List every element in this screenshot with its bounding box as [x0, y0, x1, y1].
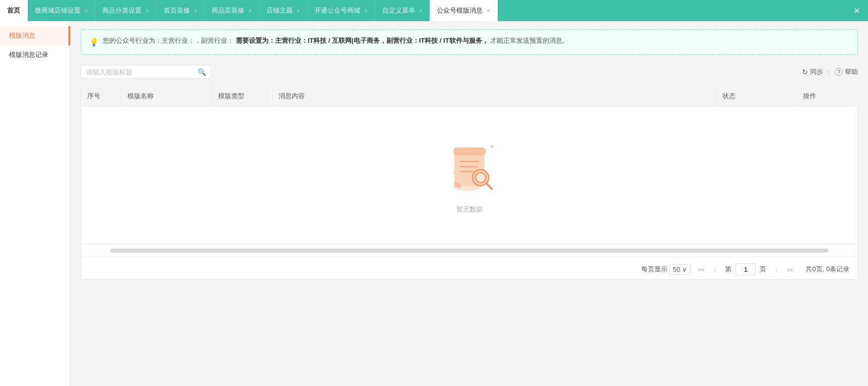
theme-tab-label: 店铺主题 — [266, 6, 293, 15]
nav-tab-productpage[interactable]: 商品页装修 × — [205, 0, 259, 21]
toolbar-right: ↻ 同步 | ? 帮助 — [802, 67, 858, 76]
info-text-prefix: 您的公众号行业为：主营行业：，副营行业： — [103, 37, 234, 44]
info-banner-text: 您的公众号行业为：主营行业：，副营行业： 需要设置为：主营行业：IT科技 / 互… — [103, 36, 569, 46]
productpage-tab-label: 商品页装修 — [212, 6, 244, 15]
custommenu-tab-label: 自定义菜单 — [382, 6, 415, 15]
page-size-label: 每页显示 — [641, 265, 667, 274]
nav-tab-homepage[interactable]: 首页装修 × — [157, 0, 205, 21]
svg-point-5 — [476, 173, 486, 183]
horizontal-scrollbar[interactable] — [110, 249, 829, 253]
sidebar-item-label: 模版消息 — [9, 32, 35, 39]
close-icon[interactable]: × — [85, 8, 88, 14]
weishop-tab-label: 微商城店铺设置 — [35, 6, 81, 15]
info-text-suffix: 才能正常发送预置的消息。 — [490, 37, 569, 44]
nav-tab-home[interactable]: 首页 — [0, 0, 28, 21]
openstore-tab-label: 开通公众号商城 — [314, 6, 360, 15]
svg-text:✦: ✦ — [490, 143, 495, 150]
close-icon[interactable]: × — [487, 8, 490, 14]
close-icon[interactable]: × — [297, 8, 300, 14]
page-prefix: 第 — [725, 265, 731, 274]
sync-icon: ↻ — [802, 68, 808, 76]
th-action: 操作 — [797, 87, 857, 106]
bulb-icon: 💡 — [89, 36, 99, 48]
page-size-value: 50 — [673, 266, 680, 273]
close-icon[interactable]: × — [248, 8, 251, 14]
first-page-button[interactable]: ⏮ — [695, 263, 707, 275]
main-layout: 模版消息 模版消息记录 💡 您的公众号行业为：主营行业：，副营行业： 需要设置为… — [0, 21, 868, 386]
category-tab-label: 商品分类设置 — [102, 6, 142, 15]
top-nav: 首页 微商城店铺设置 × 商品分类设置 × 首页装修 × 商品页装修 × 店铺主… — [0, 0, 868, 21]
next-page-button[interactable]: › — [770, 263, 782, 275]
page-size-dropdown[interactable]: 50 ∨ — [670, 264, 691, 275]
svg-line-6 — [486, 183, 492, 189]
search-input[interactable] — [86, 68, 194, 76]
page-unit: 页 — [760, 265, 766, 274]
page-size-select: 每页显示 50 ∨ — [641, 264, 691, 275]
th-type: 模版类型 — [212, 87, 273, 106]
page-number-input[interactable] — [736, 263, 756, 275]
data-table: 序号 模版名称 模版类型 消息内容 状态 操作 — [81, 86, 858, 280]
th-index: 序号 — [81, 87, 121, 106]
home-tab-label: 首页 — [7, 6, 20, 15]
search-bar: 🔍 ↻ 同步 | ? 帮助 — [81, 65, 858, 79]
close-all-button[interactable]: ✕ — [845, 6, 868, 16]
close-icon[interactable]: × — [419, 8, 422, 14]
homepage-tab-label: 首页装修 — [164, 6, 190, 15]
page-nav: ⏮ ‹ 第 页 › ⏭ — [695, 263, 796, 275]
search-input-wrap[interactable]: 🔍 — [81, 65, 212, 79]
divider: | — [828, 68, 830, 76]
help-icon: ? — [835, 68, 843, 76]
sidebar-item-label: 模版消息记录 — [9, 51, 48, 58]
sidebar-item-template-record[interactable]: 模版消息记录 — [0, 45, 70, 64]
pagination: 每页显示 50 ∨ ⏮ ‹ 第 页 › ⏭ 共0页, 0条记录 — [81, 257, 857, 279]
nav-tab-templatemsg[interactable]: 公众号模版消息 × — [430, 0, 497, 21]
close-icon[interactable]: × — [364, 8, 367, 14]
help-button[interactable]: ? 帮助 — [835, 67, 858, 76]
last-page-button[interactable]: ⏭ — [784, 263, 796, 275]
templatemsg-tab-label: 公众号模版消息 — [437, 6, 483, 15]
close-icon[interactable]: × — [194, 8, 197, 14]
empty-state: ✦ ✦ 暂无数据 — [81, 106, 857, 244]
nav-tab-category[interactable]: 商品分类设置 × — [95, 0, 156, 21]
help-label: 帮助 — [845, 67, 858, 76]
close-icon[interactable]: × — [146, 8, 149, 14]
svg-text:✦: ✦ — [452, 171, 455, 175]
search-icon[interactable]: 🔍 — [197, 68, 206, 76]
th-content: 消息内容 — [273, 87, 716, 106]
prev-page-button[interactable]: ‹ — [709, 263, 721, 275]
total-info: 共0页, 0条记录 — [806, 265, 849, 274]
info-banner: 💡 您的公众号行业为：主营行业：，副营行业： 需要设置为：主营行业：IT科技 /… — [81, 29, 858, 55]
scrollbar-area[interactable] — [81, 244, 857, 257]
th-name: 模版名称 — [121, 87, 212, 106]
info-highlight: 需要设置为：主营行业：IT科技 / 互联网|电子商务，副营行业：IT科技 / I… — [236, 37, 489, 44]
nav-tab-openstore[interactable]: 开通公众号商城 × — [307, 0, 375, 21]
sync-button[interactable]: ↻ 同步 — [802, 67, 823, 76]
content-area: 💡 您的公众号行业为：主营行业：，副营行业： 需要设置为：主营行业：IT科技 /… — [71, 21, 868, 386]
nav-tab-theme[interactable]: 店铺主题 × — [259, 0, 307, 21]
empty-illustration: ✦ ✦ — [439, 136, 500, 197]
table-header: 序号 模版名称 模版类型 消息内容 状态 操作 — [81, 87, 857, 106]
sidebar: 模版消息 模版消息记录 — [0, 21, 71, 386]
nav-tab-weishop[interactable]: 微商城店铺设置 × — [28, 0, 95, 21]
empty-text: 暂无数据 — [456, 205, 483, 214]
th-status: 状态 — [716, 87, 797, 106]
sync-label: 同步 — [810, 67, 823, 76]
chevron-down-icon: ∨ — [682, 266, 687, 273]
nav-tab-custommenu[interactable]: 自定义菜单 × — [375, 0, 430, 21]
sidebar-item-template-msg[interactable]: 模版消息 — [0, 26, 70, 45]
